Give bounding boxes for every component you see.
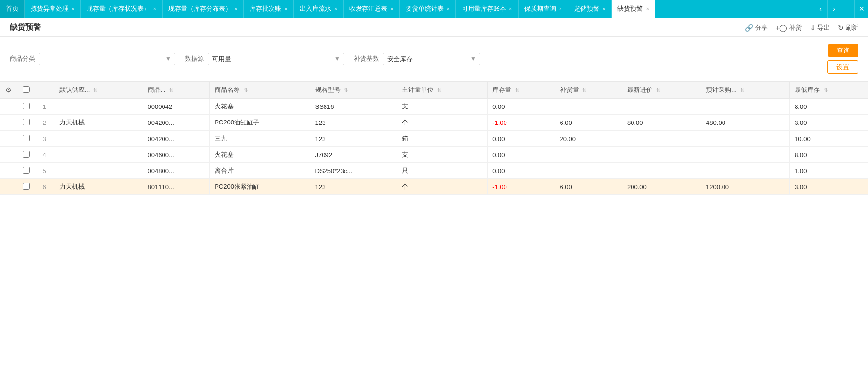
th-name-label: 商品名称: [215, 86, 240, 93]
nav-tab-close-7[interactable]: ×: [447, 6, 450, 12]
row-est-purchase: [701, 131, 790, 147]
row-replenish: [555, 147, 622, 163]
row-name: PC200油缸缸子: [210, 115, 310, 131]
row-min-stock: 1.00: [790, 163, 868, 179]
table-wrap: ⚙ 默认供应... ⇅ 商品... ⇅ 商品名称: [0, 81, 868, 195]
nav-tab-8[interactable]: 可用量库存账本×: [456, 0, 518, 18]
nav-arrows: ‹ › — ✕: [814, 0, 868, 18]
nav-prev-btn[interactable]: ‹: [814, 0, 827, 18]
nav-tab-close-9[interactable]: ×: [559, 6, 562, 12]
nav-tab-close-10[interactable]: ×: [602, 6, 605, 12]
table-row: 6力天机械801110...PC200张紧油缸123个-1.006.00200.…: [0, 179, 868, 195]
nav-tab-label-10: 超储预警: [574, 4, 599, 13]
nav-close-btn[interactable]: ✕: [854, 0, 868, 18]
row-spec: SS816: [310, 99, 397, 115]
nav-tab-close-4[interactable]: ×: [284, 6, 287, 12]
nav-tab-11[interactable]: 缺货预警×: [612, 0, 655, 18]
th-supplier[interactable]: 默认供应... ⇅: [54, 82, 143, 99]
row-code: 801110...: [143, 179, 210, 195]
replenish-base-select[interactable]: 安全库存 最低库存: [383, 53, 480, 65]
datasource-label: 数据源: [185, 54, 204, 63]
th-stock[interactable]: 库存量 ⇅: [488, 82, 555, 99]
row-spec: 123: [310, 179, 397, 195]
nav-tab-4[interactable]: 库存批次账×: [244, 0, 293, 18]
table-row: 3004200...三九123箱0.0020.0010.00: [0, 131, 868, 147]
refresh-btn[interactable]: ↻ 刷新: [838, 23, 858, 32]
nav-tab-close-2[interactable]: ×: [153, 6, 156, 12]
nav-tab-5[interactable]: 出入库流水×: [294, 0, 344, 18]
row-gear-cell: [0, 163, 18, 179]
row-checkbox-cell: [18, 115, 35, 131]
row-gear-cell: [0, 147, 18, 163]
th-replenish[interactable]: 补货量 ⇅: [555, 82, 622, 99]
nav-tab-3[interactable]: 现存量（库存分布表）×: [163, 0, 244, 18]
row-name: 火花塞: [210, 99, 310, 115]
nav-tab-label-11: 缺货预警: [617, 4, 643, 13]
row-gear-cell: [0, 115, 18, 131]
row-latest-price: 80.00: [622, 115, 701, 131]
row-checkbox-3[interactable]: [23, 151, 30, 158]
row-checkbox-cell: [18, 131, 35, 147]
nav-tab-close-6[interactable]: ×: [390, 6, 393, 12]
replenish-btn[interactable]: +◯ 补货: [776, 23, 802, 32]
th-replenish-label: 补货量: [560, 86, 579, 93]
row-name: 火花塞: [210, 147, 310, 163]
row-num: 1: [35, 99, 54, 115]
nav-tab-9[interactable]: 保质期查询×: [519, 0, 568, 18]
spec-sort-icon: ⇅: [344, 88, 348, 93]
nav-tab-close-8[interactable]: ×: [509, 6, 512, 12]
export-btn[interactable]: ⇓ 导出: [810, 23, 830, 32]
select-all-checkbox[interactable]: [23, 86, 30, 93]
gear-icon[interactable]: ⚙: [5, 86, 12, 94]
th-latest-price[interactable]: 最新进价 ⇅: [622, 82, 701, 99]
th-unit[interactable]: 主计量单位 ⇅: [397, 82, 488, 99]
row-est-purchase: 1200.00: [701, 179, 790, 195]
th-min-stock[interactable]: 最低库存 ⇅: [790, 82, 868, 99]
row-stock: -1.00: [488, 179, 555, 195]
th-num: [35, 82, 54, 99]
nav-tab-close-5[interactable]: ×: [334, 6, 337, 12]
nav-tab-close-11[interactable]: ×: [646, 6, 649, 12]
th-name[interactable]: 商品名称 ⇅: [210, 82, 310, 99]
th-est-purchase[interactable]: 预计采购... ⇅: [701, 82, 790, 99]
row-name: 离合片: [210, 163, 310, 179]
data-table: ⚙ 默认供应... ⇅ 商品... ⇅ 商品名称: [0, 81, 868, 195]
nav-minimize-btn[interactable]: —: [841, 0, 854, 18]
row-checkbox-5[interactable]: [23, 183, 30, 190]
th-gear: ⚙: [0, 82, 18, 99]
datasource-filter-group: 数据源 可用量 库存量 ▼: [185, 53, 344, 65]
row-stock: 0.00: [488, 99, 555, 115]
nav-tab-10[interactable]: 超储预警×: [568, 0, 612, 18]
nav-tab-7[interactable]: 要货单统计表×: [400, 0, 456, 18]
nav-tab-2[interactable]: 现存量（库存状况表）×: [81, 0, 162, 18]
share-btn[interactable]: 🔗 分享: [745, 23, 768, 32]
latest-price-sort-icon: ⇅: [656, 88, 660, 93]
nav-tab-6[interactable]: 收发存汇总表×: [344, 0, 399, 18]
row-name: PC200张紧油缸: [210, 179, 310, 195]
nav-tab-close-1[interactable]: ×: [72, 6, 74, 12]
row-checkbox-2[interactable]: [23, 135, 30, 141]
th-spec[interactable]: 规格型号 ⇅: [310, 82, 397, 99]
row-checkbox-cell: [18, 163, 35, 179]
row-min-stock: 8.00: [790, 147, 868, 163]
row-replenish: [555, 99, 622, 115]
th-code[interactable]: 商品... ⇅: [143, 82, 210, 99]
replenish-icon: +◯: [776, 24, 787, 32]
datasource-select[interactable]: 可用量 库存量: [208, 53, 344, 65]
row-checkbox-1[interactable]: [23, 119, 30, 125]
category-filter-group: 商品分类 ▼: [10, 53, 175, 65]
category-select[interactable]: [39, 53, 175, 65]
nav-next-btn[interactable]: ›: [827, 0, 841, 18]
nav-tab-close-3[interactable]: ×: [235, 6, 237, 12]
query-button[interactable]: 查询: [828, 44, 858, 57]
row-num: 6: [35, 179, 54, 195]
nav-tab-1[interactable]: 拣货异常处理×: [25, 0, 81, 18]
min-stock-sort-icon: ⇅: [824, 88, 828, 93]
nav-tab-0[interactable]: 首页: [0, 0, 25, 18]
row-checkbox-0[interactable]: [23, 103, 30, 109]
row-checkbox-4[interactable]: [23, 167, 30, 174]
table-row: 4004600...火花塞J7092支0.008.00: [0, 147, 868, 163]
row-gear-cell: [0, 131, 18, 147]
share-icon: 🔗: [745, 24, 753, 32]
settings-button[interactable]: 设置: [827, 60, 858, 74]
